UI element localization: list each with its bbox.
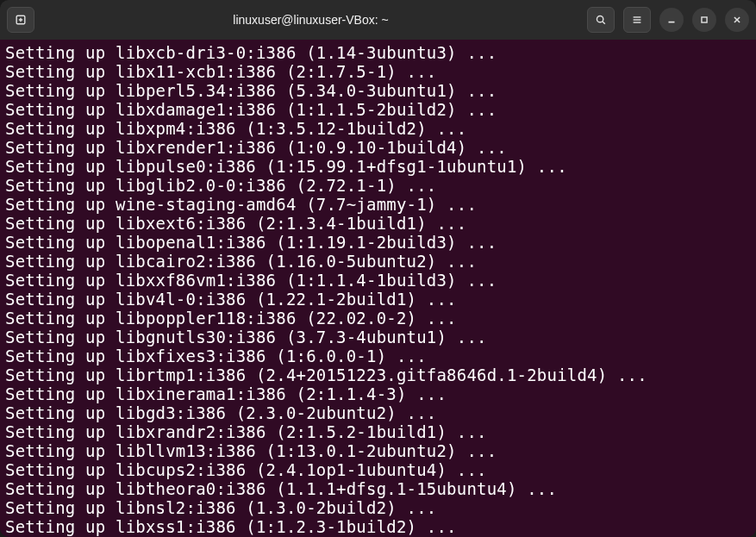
minimize-button[interactable] [659, 8, 684, 32]
svg-rect-9 [702, 17, 707, 22]
terminal-line: Setting up libx11-xcb1:i386 (2:1.7.5-1) … [5, 62, 751, 81]
terminal-line: Setting up libxext6:i386 (2:1.3.4-1build… [5, 214, 751, 233]
terminal-line: Setting up libopenal1:i386 (1:1.19.1-2bu… [5, 233, 751, 252]
svg-point-3 [597, 16, 603, 22]
terminal-line: Setting up libxrandr2:i386 (2:1.5.2-1bui… [5, 422, 751, 441]
terminal-line: Setting up libtheora0:i386 (1.1.1+dfsg.1… [5, 479, 751, 498]
terminal-line: Setting up libgd3:i386 (2.3.0-2ubuntu2) … [5, 403, 751, 422]
search-button[interactable] [587, 7, 615, 33]
terminal-line: Setting up libxcb-dri3-0:i386 (1.14-3ubu… [5, 43, 751, 62]
terminal-line: Setting up libxpm4:i386 (1:3.5.12-1build… [5, 119, 751, 138]
terminal-line: Setting up libxdamage1:i386 (1:1.1.5-2bu… [5, 100, 751, 119]
titlebar: linuxuser@linuxuser-VBox: ~ [0, 0, 756, 40]
terminal-line: Setting up libnsl2:i386 (1.3.0-2build2) … [5, 498, 751, 517]
terminal-line: Setting up libpulse0:i386 (1:15.99.1+dfs… [5, 157, 751, 176]
terminal-line: Setting up libcups2:i386 (2.4.1op1-1ubun… [5, 460, 751, 479]
terminal-output[interactable]: Setting up libxcb-dri3-0:i386 (1.14-3ubu… [0, 40, 756, 537]
new-tab-button[interactable] [7, 7, 34, 33]
terminal-line: Setting up libgnutls30:i386 (3.7.3-4ubun… [5, 328, 751, 347]
terminal-line: Setting up libpoppler118:i386 (22.02.0-2… [5, 309, 751, 328]
terminal-line: Setting up libllvm13:i386 (1:13.0.1-2ubu… [5, 441, 751, 460]
terminal-line: Setting up librtmp1:i386 (2.4+20151223.g… [5, 365, 751, 384]
terminal-line: Setting up libv4l-0:i386 (1.22.1-2build1… [5, 290, 751, 309]
terminal-line: Setting up libperl5.34:i386 (5.34.0-3ubu… [5, 81, 751, 100]
terminal-line: Setting up wine-staging-amd64 (7.7~jammy… [5, 195, 751, 214]
window-title: linuxuser@linuxuser-VBox: ~ [41, 13, 580, 27]
terminal-line: Setting up libxxf86vm1:i386 (1:1.1.4-1bu… [5, 271, 751, 290]
terminal-line: Setting up libxinerama1:i386 (2:1.1.4-3)… [5, 384, 751, 403]
terminal-line: Setting up libxfixes3:i386 (1:6.0.0-1) .… [5, 347, 751, 365]
menu-button[interactable] [623, 7, 651, 33]
terminal-line: Setting up libglib2.0-0:i386 (2.72.1-1) … [5, 176, 751, 195]
terminal-line: Setting up libxrender1:i386 (1:0.9.10-1b… [5, 138, 751, 157]
svg-line-4 [603, 22, 605, 24]
maximize-button[interactable] [692, 8, 716, 32]
terminal-line: Setting up libcairo2:i386 (1.16.0-5ubunt… [5, 252, 751, 271]
close-button[interactable] [725, 8, 749, 32]
terminal-line: Setting up libxss1:i386 (1:1.2.3-1build2… [5, 517, 751, 536]
